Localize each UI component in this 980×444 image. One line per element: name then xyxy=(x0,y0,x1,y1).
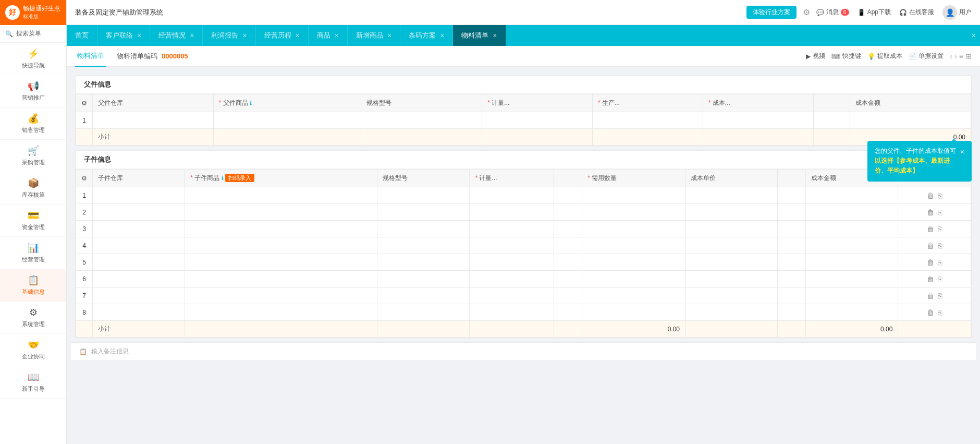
child-row-3-warehouse[interactable] xyxy=(93,221,185,237)
sidebar-item-marketing[interactable]: 📢 营销推广 xyxy=(0,75,66,107)
child-row-5-copy-btn[interactable]: ⎘ xyxy=(938,258,942,267)
tab-close-operations[interactable]: × xyxy=(190,32,194,39)
list-view-btn[interactable]: ≡ xyxy=(959,52,963,61)
child-row-3-unit[interactable] xyxy=(470,221,554,237)
child-row-2-quantity[interactable] xyxy=(582,204,685,221)
child-row-3-unit-price[interactable] xyxy=(685,221,778,237)
grid-view-btn[interactable]: ⊞ xyxy=(965,52,972,61)
message-action[interactable]: 💬 消息 6 xyxy=(816,8,849,17)
info-icon-parent[interactable]: ℹ xyxy=(250,100,252,106)
tab-home[interactable]: 首页 xyxy=(67,25,97,46)
child-row-5-spec[interactable] xyxy=(377,254,470,271)
sidebar-item-cooperation[interactable]: 🤝 企业协同 xyxy=(0,334,66,366)
child-row-6-delete-btn[interactable]: 🗑 xyxy=(927,275,934,283)
parent-row-1-cost[interactable] xyxy=(703,112,813,129)
child-row-3-delete-btn[interactable]: 🗑 xyxy=(927,225,934,233)
tab-close-history[interactable]: × xyxy=(296,32,300,39)
tab-close-profit[interactable]: × xyxy=(242,32,247,39)
search-menu-item[interactable]: 🔍 搜索菜单 xyxy=(0,25,66,43)
parent-row-1-warehouse[interactable] xyxy=(93,112,214,129)
nav-close-all[interactable]: × xyxy=(967,31,980,40)
child-row-5-warehouse[interactable] xyxy=(93,254,185,271)
child-row-8-warehouse[interactable] xyxy=(93,304,185,321)
child-row-2-unit[interactable] xyxy=(470,204,554,221)
sub-tab-bom-list[interactable]: 物料清单 xyxy=(75,46,106,67)
child-row-2-warehouse[interactable] xyxy=(93,204,185,221)
tab-profit[interactable]: 利润报告 × xyxy=(203,25,255,46)
child-row-1-unit-price[interactable] xyxy=(685,187,778,204)
child-row-6-unit[interactable] xyxy=(470,271,554,287)
child-row-8-quantity[interactable] xyxy=(582,304,685,321)
child-row-8-spec[interactable] xyxy=(377,304,470,321)
sub-tab-bom-code[interactable]: 物料清单编码 0000005 xyxy=(115,46,190,67)
child-row-1-unit[interactable] xyxy=(470,187,554,204)
child-row-2-delete-btn[interactable]: 🗑 xyxy=(927,208,934,217)
single-settings-btn[interactable]: 📄 单据设置 xyxy=(909,52,944,61)
child-row-8-copy-btn[interactable]: ⎘ xyxy=(938,308,942,317)
tab-close-new-goods[interactable]: × xyxy=(387,32,391,39)
child-row-4-spec[interactable] xyxy=(377,237,470,254)
tab-close-bom[interactable]: × xyxy=(493,32,497,39)
sidebar-item-purchase[interactable]: 🛒 采购管理 xyxy=(0,140,66,172)
child-row-4-quantity[interactable] xyxy=(582,237,685,254)
child-row-7-delete-btn[interactable]: 🗑 xyxy=(927,292,934,300)
footer-text[interactable]: 输入备注信息 xyxy=(91,347,129,356)
child-row-1-goods[interactable] xyxy=(185,187,377,204)
child-row-5-goods[interactable] xyxy=(185,254,377,271)
sidebar-item-quick-nav[interactable]: ⚡ 快捷导航 xyxy=(0,43,66,75)
extract-cost-btn[interactable]: 💡 提取成本 xyxy=(867,52,902,61)
child-row-1-copy-btn[interactable]: ⎘ xyxy=(938,191,942,200)
sidebar-item-basic-info[interactable]: 📋 基础信息 xyxy=(0,269,66,302)
shortcut-btn[interactable]: ⌨ 快捷键 xyxy=(831,52,861,61)
view-video-btn[interactable]: ▶ 视频 xyxy=(806,52,825,61)
parent-row-1-produce[interactable] xyxy=(592,112,703,129)
child-row-5-delete-btn[interactable]: 🗑 xyxy=(927,258,934,267)
child-row-7-copy-btn[interactable]: ⎘ xyxy=(938,292,942,300)
child-row-1-warehouse[interactable] xyxy=(93,187,185,204)
child-row-7-quantity[interactable] xyxy=(582,287,685,304)
child-row-3-copy-btn[interactable]: ⎘ xyxy=(938,225,942,233)
child-row-8-goods[interactable] xyxy=(185,304,377,321)
child-row-4-warehouse[interactable] xyxy=(93,237,185,254)
tab-bom[interactable]: 物料清单 × xyxy=(453,25,506,46)
sidebar-item-guide[interactable]: 📖 新手引导 xyxy=(0,366,66,399)
info-icon-child[interactable]: ℹ xyxy=(222,175,224,181)
child-row-2-spec[interactable] xyxy=(377,204,470,221)
nav-next-btn[interactable]: › xyxy=(954,52,957,61)
child-row-4-copy-btn[interactable]: ⎘ xyxy=(938,242,942,250)
child-row-1-quantity[interactable] xyxy=(582,187,685,204)
tab-new-goods[interactable]: 新增商品 × xyxy=(348,25,400,46)
child-row-6-unit-price[interactable] xyxy=(685,271,778,287)
tab-close-barcode[interactable]: × xyxy=(440,32,444,39)
child-row-6-spec[interactable] xyxy=(377,271,470,287)
tab-close-customer[interactable]: × xyxy=(137,32,141,39)
child-col-settings[interactable]: ⚙ xyxy=(76,170,93,187)
settings-icon[interactable]: ⚙ xyxy=(803,7,810,17)
child-row-7-unit[interactable] xyxy=(470,287,554,304)
parent-row-1-unit[interactable] xyxy=(482,112,593,129)
child-row-7-goods[interactable] xyxy=(185,287,377,304)
tab-goods[interactable]: 商品 × xyxy=(309,25,348,46)
child-row-2-copy-btn[interactable]: ⎘ xyxy=(938,208,942,217)
child-row-4-unit[interactable] xyxy=(470,237,554,254)
nav-prev-btn[interactable]: ‹ xyxy=(950,52,952,61)
tab-close-goods[interactable]: × xyxy=(335,32,339,39)
child-row-1-delete-btn[interactable]: 🗑 xyxy=(927,191,934,200)
child-row-2-unit-price[interactable] xyxy=(685,204,778,221)
sidebar-item-inventory[interactable]: 📦 库存核算 xyxy=(0,172,66,205)
child-row-3-goods[interactable] xyxy=(185,221,377,237)
child-row-3-quantity[interactable] xyxy=(582,221,685,237)
tab-barcode[interactable]: 条码方案 × xyxy=(400,25,453,46)
online-service-action[interactable]: 🎧 在线客服 xyxy=(899,8,934,17)
child-row-1-spec[interactable] xyxy=(377,187,470,204)
child-row-8-unit-price[interactable] xyxy=(685,304,778,321)
child-row-4-delete-btn[interactable]: 🗑 xyxy=(927,242,934,250)
sidebar-item-system[interactable]: ⚙ 系统管理 xyxy=(0,302,66,334)
child-row-3-spec[interactable] xyxy=(377,221,470,237)
experience-btn[interactable]: 体验行业方案 xyxy=(746,6,797,19)
tab-history[interactable]: 经营历程 × xyxy=(256,25,309,46)
child-row-6-copy-btn[interactable]: ⎘ xyxy=(938,275,942,283)
child-row-6-quantity[interactable] xyxy=(582,271,685,287)
child-row-5-quantity[interactable] xyxy=(582,254,685,271)
child-row-5-unit-price[interactable] xyxy=(685,254,778,271)
